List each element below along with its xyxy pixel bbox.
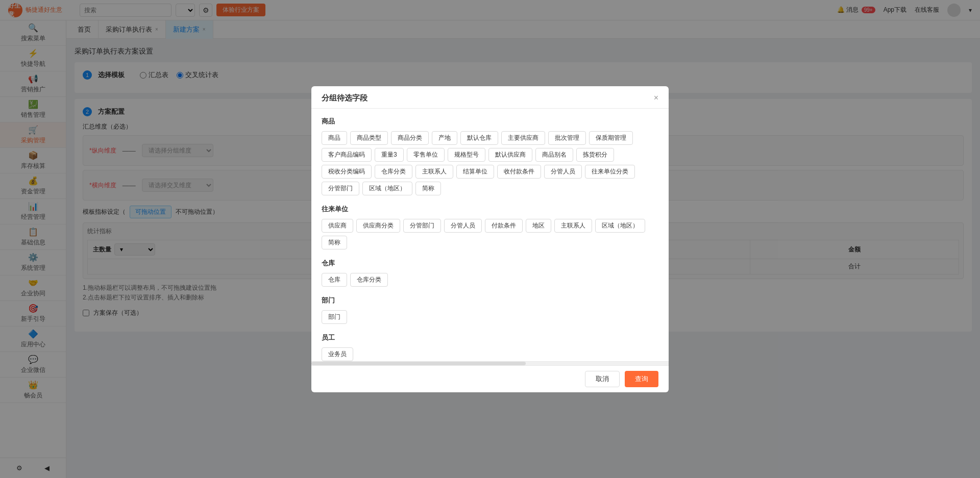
field-section-title-warehouse: 仓库: [322, 259, 658, 268]
field-tag-product-9[interactable]: 重量3: [375, 148, 404, 162]
field-tag-product-8[interactable]: 客户商品编码: [322, 148, 372, 162]
field-tag-product-24[interactable]: 简称: [415, 182, 441, 195]
field-tags-department: 部门: [322, 310, 658, 324]
field-tag-partner-0[interactable]: 供应商: [322, 219, 353, 233]
modal-body: 商品商品商品类型商品分类产地默认仓库主要供应商批次管理保质期管理客户商品编码重量…: [311, 109, 669, 361]
cancel-button[interactable]: 取消: [585, 371, 620, 387]
confirm-button[interactable]: 查询: [625, 371, 658, 387]
field-tags-product: 商品商品类型商品分类产地默认仓库主要供应商批次管理保质期管理客户商品编码重量3零…: [322, 131, 658, 195]
field-section-employee: 员工业务员: [322, 333, 658, 361]
field-tag-warehouse-0[interactable]: 仓库: [322, 273, 347, 287]
field-tag-partner-4[interactable]: 付款条件: [485, 219, 523, 233]
field-tag-product-6[interactable]: 批次管理: [548, 131, 586, 145]
field-tag-product-5[interactable]: 主要供应商: [501, 131, 545, 145]
field-section-product: 商品商品商品类型商品分类产地默认仓库主要供应商批次管理保质期管理客户商品编码重量…: [322, 117, 658, 195]
field-tag-product-0[interactable]: 商品: [322, 131, 347, 145]
field-tag-partner-8[interactable]: 简称: [322, 236, 347, 249]
modal-header: 分组待选字段 ×: [311, 86, 669, 109]
field-tag-product-14[interactable]: 拣货积分: [576, 148, 614, 162]
field-tag-product-11[interactable]: 规格型号: [448, 148, 485, 162]
field-tag-partner-1[interactable]: 供应商分类: [356, 219, 400, 233]
field-tag-product-2[interactable]: 商品分类: [391, 131, 429, 145]
field-tags-warehouse: 仓库仓库分类: [322, 273, 658, 287]
field-section-title-product: 商品: [322, 117, 658, 126]
field-section-title-partner: 往来单位: [322, 205, 658, 214]
field-section-partner: 往来单位供应商供应商分类分管部门分管人员付款条件地区主联系人区域（地区）简称: [322, 205, 658, 249]
field-section-department: 部门部门: [322, 296, 658, 324]
modal-close-icon[interactable]: ×: [654, 93, 658, 103]
field-tags-employee: 业务员: [322, 347, 658, 361]
field-tag-partner-6[interactable]: 主联系人: [554, 219, 592, 233]
modal-title: 分组待选字段: [322, 93, 368, 103]
field-tag-partner-5[interactable]: 地区: [526, 219, 551, 233]
field-tag-product-10[interactable]: 零售单位: [407, 148, 445, 162]
modal-dialog: 分组待选字段 × 商品商品商品类型商品分类产地默认仓库主要供应商批次管理保质期管…: [311, 86, 669, 392]
field-tag-product-22[interactable]: 分管部门: [322, 182, 359, 195]
field-section-warehouse: 仓库仓库仓库分类: [322, 259, 658, 287]
field-tag-product-3[interactable]: 产地: [432, 131, 457, 145]
modal-overlay: 分组待选字段 × 商品商品商品类型商品分类产地默认仓库主要供应商批次管理保质期管…: [0, 0, 980, 478]
modal-footer: 取消 查询: [311, 365, 669, 392]
field-tag-warehouse-1[interactable]: 仓库分类: [350, 273, 388, 287]
field-tag-employee-0[interactable]: 业务员: [322, 347, 353, 361]
field-section-title-employee: 员工: [322, 333, 658, 342]
field-tags-partner: 供应商供应商分类分管部门分管人员付款条件地区主联系人区域（地区）简称: [322, 219, 658, 249]
field-tag-product-7[interactable]: 保质期管理: [589, 131, 633, 145]
field-tag-partner-7[interactable]: 区域（地区）: [595, 219, 645, 233]
field-tag-product-17[interactable]: 主联系人: [415, 165, 453, 179]
field-tag-product-12[interactable]: 默认供应商: [488, 148, 532, 162]
field-tag-product-13[interactable]: 商品别名: [535, 148, 573, 162]
field-tag-product-15[interactable]: 税收分类编码: [322, 165, 372, 179]
field-tag-partner-3[interactable]: 分管人员: [444, 219, 482, 233]
field-tag-department-0[interactable]: 部门: [322, 310, 347, 324]
field-tag-product-20[interactable]: 分管人员: [544, 165, 582, 179]
field-tag-product-18[interactable]: 结算单位: [456, 165, 494, 179]
field-tag-product-1[interactable]: 商品类型: [350, 131, 388, 145]
scrollbar-thumb: [311, 362, 526, 365]
field-tag-partner-2[interactable]: 分管部门: [403, 219, 441, 233]
field-tag-product-16[interactable]: 仓库分类: [375, 165, 412, 179]
field-section-title-department: 部门: [322, 296, 658, 305]
field-tag-product-23[interactable]: 区域（地区）: [362, 182, 412, 195]
field-tag-product-21[interactable]: 往来单位分类: [585, 165, 635, 179]
horizontal-scrollbar[interactable]: [311, 361, 669, 365]
field-tag-product-4[interactable]: 默认仓库: [460, 131, 498, 145]
field-tag-product-19[interactable]: 收付款条件: [497, 165, 541, 179]
